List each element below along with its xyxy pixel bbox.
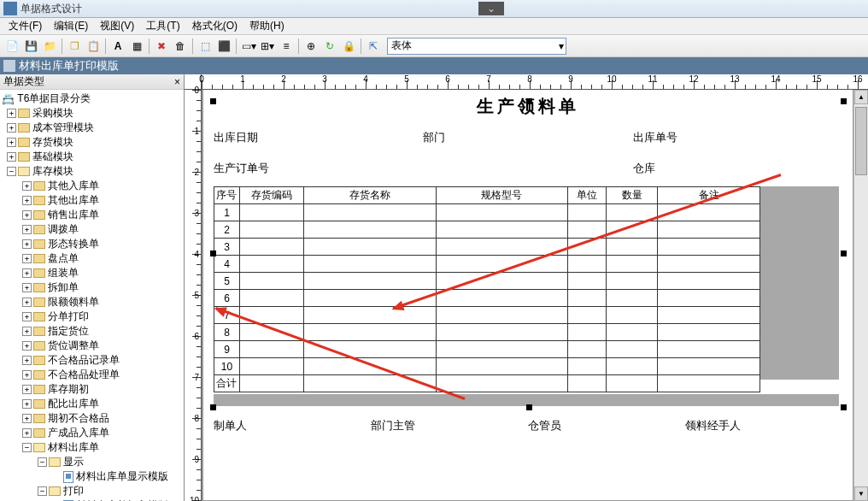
tree-display-template[interactable]: 材料出库单显示模版 xyxy=(0,469,184,484)
tree-root[interactable]: 📇 T6单据目录分类 xyxy=(0,91,184,106)
tree-stock-item[interactable]: +不合格品处理单 xyxy=(0,368,184,382)
table-row[interactable]: 3 xyxy=(214,239,760,256)
scroll-down-button[interactable]: ▼ xyxy=(854,486,868,501)
tree-stock-item[interactable]: +形态转换单 xyxy=(0,237,184,251)
field-order-no[interactable]: 生产订单号 xyxy=(214,161,633,176)
tree-module-0[interactable]: +采购模块 xyxy=(0,106,184,121)
sel-handle[interactable] xyxy=(841,404,847,410)
lock-icon[interactable]: 🔒 xyxy=(340,38,357,55)
menu-format[interactable]: 格式化(O) xyxy=(187,17,243,35)
footer-maker[interactable]: 制单人 xyxy=(214,418,371,433)
document-title: 材料出库单打印模版 xyxy=(19,58,119,74)
spacing-icon[interactable]: ≡ xyxy=(278,38,295,55)
tree-stock-item[interactable]: +拆卸单 xyxy=(0,280,184,295)
table-row[interactable]: 9 xyxy=(214,341,760,358)
tree-display[interactable]: −显示 xyxy=(0,455,184,469)
align-icon[interactable]: ▭▾ xyxy=(240,38,257,55)
field-out-date[interactable]: 出库日期 xyxy=(214,130,423,145)
tree-stock-item[interactable]: +货位调整单 xyxy=(0,339,184,353)
vertical-scrollbar[interactable]: ▲ ▼ xyxy=(853,90,868,501)
table-row[interactable]: 10 xyxy=(214,358,760,375)
tree-root-icon: 📇 xyxy=(2,93,15,105)
sidebar-header: 单据类型 × xyxy=(0,74,184,90)
tree-stock-item[interactable]: +分单打印 xyxy=(0,309,184,324)
text-icon[interactable]: A xyxy=(109,38,126,55)
copy-icon[interactable]: ❐ xyxy=(66,38,83,55)
table-header[interactable]: 数量 xyxy=(607,187,658,204)
delete-icon[interactable]: ✖ xyxy=(153,38,170,55)
table-row[interactable]: 6 xyxy=(214,290,760,307)
table-side-block xyxy=(760,186,839,380)
table-row[interactable]: 4 xyxy=(214,256,760,273)
table-header[interactable]: 规格型号 xyxy=(436,187,568,204)
table-header[interactable]: 存货名称 xyxy=(303,187,436,204)
table-header[interactable]: 备注 xyxy=(658,187,760,204)
bring-front-icon[interactable]: ⬚ xyxy=(196,38,214,55)
tree-module-1[interactable]: +成本管理模块 xyxy=(0,121,184,135)
form-table[interactable]: 序号存货编码存货名称规格型号单位数量备注 12345678910合计 xyxy=(214,186,760,392)
menu-bar: 文件(F) 编辑(E) 视图(V) 工具(T) 格式化(O) 帮助(H) xyxy=(0,18,868,35)
tree-stock-item[interactable]: +组装单 xyxy=(0,266,184,280)
footer-keeper[interactable]: 仓管员 xyxy=(528,418,685,433)
sidebar-close[interactable]: × xyxy=(174,76,180,88)
field-out-no[interactable]: 出库单号 xyxy=(633,130,842,145)
tree-module-4[interactable]: −库存模块 xyxy=(0,164,184,179)
table-icon[interactable]: ▦ xyxy=(128,38,145,55)
field-warehouse[interactable]: 仓库 xyxy=(633,161,842,176)
sel-handle[interactable] xyxy=(210,98,216,104)
size-icon[interactable]: ⊞▾ xyxy=(259,38,276,55)
tree-module-3[interactable]: +基础模块 xyxy=(0,150,184,164)
tree-module-2[interactable]: +存货模块 xyxy=(0,135,184,150)
design-canvas[interactable]: 01234567891011121314151617181920 0123456… xyxy=(185,74,868,501)
refresh-icon[interactable]: ↻ xyxy=(321,38,338,55)
table-total-row[interactable]: 合计 xyxy=(214,375,760,392)
tree-stock-item[interactable]: +产成品入库单 xyxy=(0,426,184,440)
menu-file[interactable]: 文件(F) xyxy=(3,17,47,35)
tree-stock-item[interactable]: +盘点单 xyxy=(0,251,184,266)
tree-stock-item[interactable]: +配比出库单 xyxy=(0,397,184,411)
tree-stock-item[interactable]: +调拨单 xyxy=(0,222,184,237)
sel-handle[interactable] xyxy=(210,250,216,256)
title-dropdown[interactable]: ⌄ xyxy=(478,2,504,15)
scroll-thumb[interactable] xyxy=(855,107,867,175)
tree-print[interactable]: −打印 xyxy=(0,484,184,498)
tree-stock-item[interactable]: +销售出库单 xyxy=(0,208,184,222)
send-back-icon[interactable]: ⬛ xyxy=(215,38,232,55)
footer-dept-head[interactable]: 部门主管 xyxy=(371,418,528,433)
sel-handle[interactable] xyxy=(526,404,532,410)
font-select[interactable]: 表体 ▾ xyxy=(387,38,566,55)
export-icon[interactable]: ⇱ xyxy=(365,38,382,55)
menu-tools[interactable]: 工具(T) xyxy=(141,17,185,35)
tree-stock-item[interactable]: +限额领料单 xyxy=(0,295,184,309)
table-row[interactable]: 2 xyxy=(214,221,760,239)
link-icon[interactable]: ⊕ xyxy=(302,38,320,55)
table-row[interactable]: 7 xyxy=(214,307,760,324)
save-icon[interactable]: 💾 xyxy=(22,38,39,55)
sel-handle[interactable] xyxy=(526,98,532,104)
menu-edit[interactable]: 编辑(E) xyxy=(49,17,93,35)
paste-icon[interactable]: 📋 xyxy=(85,38,102,55)
table-header[interactable]: 单位 xyxy=(568,187,607,204)
tree-stock-item[interactable]: +期初不合格品 xyxy=(0,411,184,426)
sel-handle[interactable] xyxy=(841,250,847,256)
tree-mat-out[interactable]: −材料出库单 xyxy=(0,440,184,455)
menu-help[interactable]: 帮助(H) xyxy=(244,17,290,35)
sel-handle[interactable] xyxy=(210,404,216,410)
field-dept[interactable]: 部门 xyxy=(423,130,632,145)
form-page[interactable]: 生产领料单 出库日期 部门 出库单号 生产订单号 仓库 序号存货编码存货名称规格… xyxy=(203,90,853,500)
tree-stock-item[interactable]: +指定货位 xyxy=(0,324,184,339)
table-header[interactable]: 序号 xyxy=(214,187,240,204)
menu-view[interactable]: 视图(V) xyxy=(95,17,139,35)
footer-receiver[interactable]: 领料经手人 xyxy=(685,418,842,433)
tree-stock-item[interactable]: +其他入库单 xyxy=(0,179,184,193)
clear-icon[interactable]: 🗑 xyxy=(172,38,189,55)
open-icon[interactable]: 📁 xyxy=(41,38,58,55)
scroll-up-button[interactable]: ▲ xyxy=(854,90,868,104)
sel-handle[interactable] xyxy=(841,98,847,104)
new-icon[interactable]: 📄 xyxy=(3,38,21,55)
tree-stock-item[interactable]: +其他出库单 xyxy=(0,193,184,208)
table-row[interactable]: 1 xyxy=(214,204,760,221)
tree-stock-item[interactable]: +不合格品记录单 xyxy=(0,353,184,368)
table-header[interactable]: 存货编码 xyxy=(239,187,303,204)
tree-stock-item[interactable]: +库存期初 xyxy=(0,382,184,397)
